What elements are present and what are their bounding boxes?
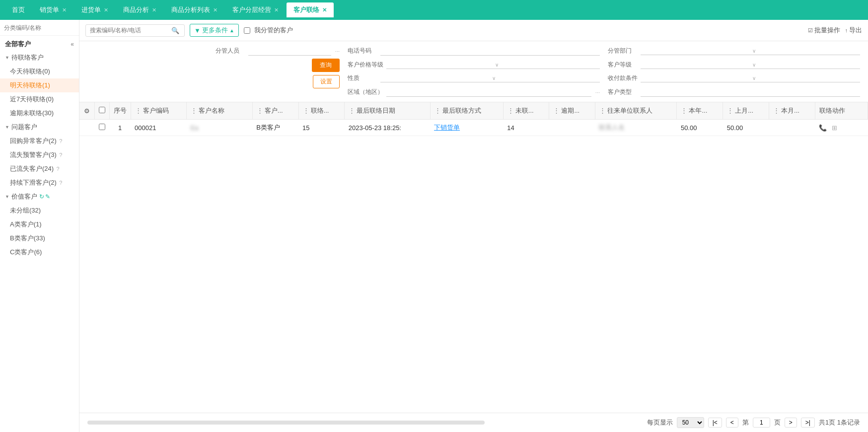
export-btn[interactable]: ↑ 导出 [845, 26, 863, 35]
sidebar-item-overdue-contact[interactable]: 逾期未联络(30) [0, 106, 79, 120]
nav-customer-stratification[interactable]: 客户分层经营 ✕ [225, 2, 286, 17]
filter-nature: 性质 ∨ [348, 74, 600, 82]
main-layout: 🔍 全部客户 « 待联络客户 今天待联络(0) 明天待联络(1) 近7天待联络(… [0, 20, 868, 432]
filter-bar: 🔍 ▼ 更多条件 ▲ 我分管的客户 ☑ 批量操作 ↑ 导出 [79, 20, 868, 41]
sidebar-item-class-c[interactable]: C类客户(6) [0, 245, 79, 259]
td-customer-type: B类客户 [252, 120, 298, 136]
filter-nature-select[interactable]: ∨ [380, 74, 600, 82]
gear-icon[interactable]: ⚙ [84, 107, 90, 115]
filter-price-level-select[interactable]: ∨ [386, 61, 600, 69]
th-this-year: ⋮本年... [677, 102, 723, 120]
filter-phone-input[interactable] [380, 46, 600, 56]
filter-customer-level-select[interactable]: ∨ [641, 61, 860, 69]
nav-close-product-analysis-list[interactable]: ✕ [213, 7, 217, 13]
th-customer-name: ⋮客户名称 [187, 102, 253, 120]
advanced-filter: 电话号码 分管部门 ∨ 分管人员 ··· 查询 设置 [79, 41, 868, 102]
sidebar-item-class-b[interactable]: B类客户(33) [0, 231, 79, 245]
th-uncontacted: ⋮未联... [503, 102, 549, 120]
td-checkbox [94, 120, 109, 136]
th-customer-code: ⋮客户编码 [131, 102, 187, 120]
sidebar-item-class-a[interactable]: A类客户(1) [0, 217, 79, 231]
sidebar-item-ungrouped[interactable]: 未分组(32) [0, 204, 79, 217]
row-checkbox[interactable] [99, 124, 105, 130]
td-contacts: 联系人名 [595, 120, 676, 136]
collapse-icon[interactable]: « [71, 41, 74, 48]
next-page-btn[interactable]: > [785, 418, 797, 428]
more-conditions-btn[interactable]: ▼ 更多条件 ▲ [190, 24, 239, 37]
sidebar-search-area: 🔍 [0, 20, 79, 36]
filter-payment-select[interactable]: ∨ [641, 74, 860, 82]
filter-action-btns: 分管人员 ··· 查询 设置 [87, 46, 340, 97]
td-this-year: 50.00 [677, 120, 723, 136]
settings-button[interactable]: 设置 [313, 75, 340, 88]
th-contact-count: ⋮联络... [298, 102, 345, 120]
action-more-icon[interactable]: ⊞ [832, 124, 837, 132]
sidebar-item-declining[interactable]: 持续下滑客户(2) ? [0, 176, 79, 190]
filter-payment: 收付款条件 ∨ [608, 74, 860, 82]
filter-price-level: 客户价格等级 ∨ [348, 61, 600, 69]
select-all-checkbox[interactable] [99, 107, 105, 113]
th-gear: ⚙ [79, 102, 94, 120]
filter-phone: 电话号码 [348, 46, 600, 56]
search-box: 🔍 [85, 24, 185, 37]
nav-close-sales-order[interactable]: ✕ [62, 7, 67, 13]
th-checkbox [94, 102, 109, 120]
search-icon[interactable]: 🔍 [171, 27, 179, 34]
page-number-input[interactable] [753, 418, 770, 428]
td-customer-code: 000021 [131, 120, 187, 136]
nav-close-customer-contact[interactable]: ✕ [322, 7, 327, 13]
sidebar-item-churned[interactable]: 已流失客户(24) ? [0, 162, 79, 176]
sidebar-item-tomorrow-contact[interactable]: 明天待联络(1) [0, 78, 79, 92]
sidebar-search-input[interactable] [4, 24, 78, 31]
filter-region-input[interactable] [386, 87, 591, 97]
filter-customer-type-input[interactable] [641, 87, 860, 97]
sidebar-item-7days-contact[interactable]: 近7天待联络(0) [0, 92, 79, 106]
group-value-customers[interactable]: 价值客户 ↻ ✎ [0, 190, 79, 204]
nav-product-analysis-list[interactable]: 商品分析列表 ✕ [164, 2, 224, 17]
table-header-row: ⚙ 序号 ⋮客户编码 ⋮客户名称 ⋮客户... ⋮联络. [79, 102, 868, 120]
th-last-contact-date: ⋮最后联络日期 [345, 102, 430, 120]
horizontal-scrollbar[interactable] [87, 421, 485, 425]
group-problem-customers[interactable]: 问题客户 [0, 120, 79, 134]
my-customers-checkbox[interactable] [244, 27, 250, 34]
td-num: 1 [109, 120, 131, 136]
action-phone-icon[interactable]: 📞 [819, 124, 827, 132]
td-uncontacted: 14 [503, 120, 549, 136]
th-action: 联络动作 [815, 102, 868, 120]
filter-region: 区域（地区） ··· [348, 87, 600, 97]
top-right-actions: ☑ 批量操作 ↑ 导出 [808, 26, 863, 35]
td-this-month [769, 120, 815, 136]
prev-page-btn[interactable]: < [726, 418, 738, 428]
sidebar-item-churn-warning[interactable]: 流失预警客户(3) ? [0, 148, 79, 162]
nav-customer-contact[interactable]: 客户联络 ✕ [287, 2, 334, 17]
sidebar: 🔍 全部客户 « 待联络客户 今天待联络(0) 明天待联络(1) 近7天待联络(… [0, 20, 79, 432]
nav-close-purchase-order[interactable]: ✕ [104, 7, 108, 13]
last-page-btn[interactable]: >| [801, 418, 815, 428]
sidebar-item-today-contact[interactable]: 今天待联络(0) [0, 65, 79, 78]
filter-manager-input[interactable] [248, 46, 331, 56]
page-size-select[interactable]: 50 100 [677, 417, 704, 428]
filter-dept-select[interactable]: ∨ [641, 47, 860, 55]
my-customers-checkbox-label[interactable]: 我分管的客户 [244, 26, 293, 35]
nav-close-customer-stratification[interactable]: ✕ [274, 7, 279, 13]
td-actions: 📞 ⊞ [815, 120, 868, 136]
nav-home[interactable]: 首页 [5, 2, 32, 17]
td-overdue [549, 120, 595, 136]
search-input[interactable] [90, 27, 169, 34]
content-area: 🔍 ▼ 更多条件 ▲ 我分管的客户 ☑ 批量操作 ↑ 导出 [79, 20, 868, 432]
group-pending-contact[interactable]: 待联络客户 [0, 51, 79, 65]
nav-purchase-order[interactable]: 进货单 ✕ [74, 2, 115, 17]
th-contacts: ⋮往来单位联系人 [595, 102, 676, 120]
sidebar-item-repurchase-abnormal[interactable]: 回购异常客户(2) ? [0, 134, 79, 148]
batch-operation-btn[interactable]: ☑ 批量操作 [808, 26, 840, 35]
query-button[interactable]: 查询 [312, 59, 340, 72]
th-last-contact-method: ⋮最后联络方式 [430, 102, 503, 120]
td-last-contact-date: 2023-05-23 18:25: [345, 120, 430, 136]
top-navigation: 首页 销货单 ✕ 进货单 ✕ 商品分析 ✕ 商品分析列表 ✕ 客户分层经营 ✕ … [0, 0, 868, 20]
nav-sales-order[interactable]: 销货单 ✕ [33, 2, 73, 17]
first-page-btn[interactable]: |< [708, 418, 722, 428]
nav-close-product-analysis[interactable]: ✕ [152, 7, 156, 13]
all-customers-header: 全部客户 « [0, 36, 79, 51]
nav-product-analysis[interactable]: 商品分析 ✕ [116, 2, 163, 17]
customer-table: ⚙ 序号 ⋮客户编码 ⋮客户名称 ⋮客户... ⋮联络. [79, 102, 868, 136]
